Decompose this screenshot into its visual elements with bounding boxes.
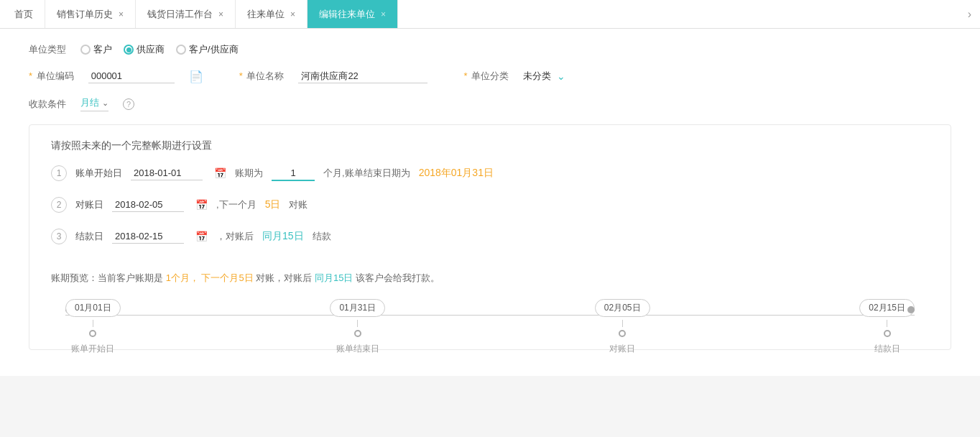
- preview-middle: 对账，对账后: [256, 272, 312, 283]
- timeline-dot-2: [354, 330, 361, 337]
- preview-text: 账期预览：当前客户账期是 1个月， 下一个月5日 对账，对账后 同月15日 该客…: [51, 272, 929, 285]
- step-3-suffix2: 结款: [313, 230, 331, 243]
- radio-customer-circle: [80, 45, 91, 55]
- timeline-stem-2: [357, 320, 358, 327]
- radio-customer-label: 客户: [93, 43, 112, 56]
- step-3-cal-icon[interactable]: 📅: [195, 231, 208, 242]
- step-1-date-input[interactable]: [131, 166, 203, 180]
- section-title: 请按照未来的一个完整帐期进行设置: [51, 139, 929, 152]
- preview-area: 账期预览：当前客户账期是 1个月， 下一个月5日 对账，对账后 同月15日 该客…: [51, 260, 929, 335]
- step-1-period-input[interactable]: [272, 166, 315, 181]
- payment-cond-label: 收款条件: [29, 98, 66, 111]
- timeline-stem-4: [887, 320, 887, 327]
- tab-edit-partner-label: 编辑往来单位: [319, 8, 375, 21]
- step-3-label: 结款日: [75, 230, 103, 243]
- step-3-prefix: ，对账后: [216, 230, 254, 243]
- step-1-label: 账单开始日: [75, 167, 122, 180]
- required-star-classify: *: [463, 70, 467, 81]
- unit-name-input[interactable]: [298, 69, 427, 83]
- timeline-label-4: 结款日: [874, 343, 900, 355]
- required-star-name: *: [239, 70, 243, 81]
- tab-cash-work-close[interactable]: ×: [218, 9, 223, 19]
- tab-more-button[interactable]: ›: [959, 0, 980, 28]
- timeline-label-2: 账单结束日: [336, 343, 379, 355]
- tabs-bar: 首页 销售订单历史 × 钱货日清工作台 × 往来单位 × 编辑往来单位 × ›: [0, 0, 980, 29]
- step-1-row: 1 账单开始日 📅 账期为 个月,账单结束日期为 2018年01月31日: [51, 165, 929, 181]
- step-2-date-input[interactable]: [112, 198, 184, 212]
- payment-cond-row: 收款条件 月结 ⌄ ?: [29, 96, 951, 111]
- payment-cond-dropdown[interactable]: 月结 ⌄: [80, 96, 108, 111]
- tab-sales-history[interactable]: 销售订单历史 ×: [45, 0, 136, 28]
- preview-part2: 下一个月5日: [201, 272, 253, 283]
- radio-supplier[interactable]: 供应商: [124, 43, 165, 56]
- timeline-badge-1: 01月01日: [65, 299, 121, 317]
- timeline-node-4: 02月15日 结款日: [859, 299, 915, 355]
- tab-edit-partner-close[interactable]: ×: [381, 9, 386, 19]
- radio-customer[interactable]: 客户: [80, 43, 112, 56]
- timeline-stem-1: [93, 320, 93, 327]
- step-1-end-date: 2018年01月31日: [419, 167, 494, 180]
- step-1-suffix1: 账期为: [235, 167, 263, 180]
- timeline-label-3: 对账日: [609, 343, 635, 355]
- timeline-node-3: 02月05日 对账日: [595, 299, 650, 355]
- preview-part1: 1个月，: [166, 272, 199, 283]
- step-2-prefix: ,下一个月: [216, 198, 256, 211]
- tab-partner-close[interactable]: ×: [290, 9, 295, 19]
- payment-cond-value: 月结: [80, 96, 99, 109]
- step-3-highlight2: 同月15日: [262, 230, 304, 243]
- payment-settings-section: 请按照未来的一个完整帐期进行设置 1 账单开始日 📅 账期为 个月,账单结束日期…: [29, 124, 951, 350]
- unit-classify-label: * 单位分类: [463, 70, 509, 83]
- step-2-suffix2: 对账: [289, 198, 308, 211]
- main-content: 单位类型 客户 供应商 客户/供应商 * 单位编码 📄 * 单位名称: [0, 29, 980, 376]
- step-1-cal-icon[interactable]: 📅: [214, 167, 226, 179]
- timeline: 01月01日 账单开始日 01月31日 账单结束日 02月05日: [51, 299, 929, 335]
- tab-cash-work[interactable]: 钱货日清工作台 ×: [136, 0, 236, 28]
- timeline-node-2: 01月31日 账单结束日: [330, 299, 385, 355]
- step-2-label: 对账日: [75, 198, 103, 211]
- radio-supplier-label: 供应商: [137, 43, 165, 56]
- timeline-dot-3: [619, 330, 626, 337]
- unit-name-label: * 单位名称: [239, 70, 285, 83]
- preview-suffix: 该客户会给我打款。: [356, 272, 440, 283]
- radio-supplier-circle: [124, 45, 134, 55]
- timeline-dot-4: [884, 330, 891, 337]
- unit-info-row: * 单位编码 📄 * 单位名称 * 单位分类 未分类 ⌄: [29, 69, 951, 83]
- timeline-badge-3: 02月05日: [595, 299, 650, 317]
- timeline-label-1: 账单开始日: [71, 343, 114, 355]
- tab-home-label: 首页: [14, 8, 33, 21]
- unit-type-row: 单位类型 客户 供应商 客户/供应商: [29, 43, 951, 56]
- step-2-row: 2 对账日 📅 ,下一个月 5日 对账: [51, 197, 929, 213]
- required-star-code: *: [29, 70, 32, 81]
- step-3-num: 3: [51, 229, 67, 244]
- payment-help-icon[interactable]: ?: [123, 98, 134, 110]
- unit-code-input[interactable]: [88, 69, 175, 83]
- timeline-nodes: 01月01日 账单开始日 01月31日 账单结束日 02月05日: [65, 299, 915, 355]
- preview-prefix: 账期预览：当前客户账期是: [51, 272, 163, 283]
- preview-part3: 同月15日: [315, 272, 353, 283]
- radio-both-circle: [176, 45, 186, 55]
- step-3-date-input[interactable]: [112, 229, 184, 244]
- tab-edit-partner[interactable]: 编辑往来单位 ×: [308, 0, 398, 28]
- unit-code-doc-icon[interactable]: 📄: [189, 70, 203, 83]
- radio-both-label: 客户/供应商: [189, 43, 239, 56]
- radio-both[interactable]: 客户/供应商: [176, 43, 239, 56]
- unit-code-label: * 单位编码: [29, 70, 74, 83]
- step-1-suffix2: 个月,账单结束日期为: [323, 167, 410, 180]
- tab-sales-history-close[interactable]: ×: [119, 9, 124, 19]
- step-2-num: 2: [51, 197, 67, 213]
- tab-partner[interactable]: 往来单位 ×: [236, 0, 308, 28]
- tab-home[interactable]: 首页: [0, 0, 45, 28]
- timeline-badge-4: 02月15日: [859, 299, 915, 317]
- radio-group-unit-type: 客户 供应商 客户/供应商: [80, 43, 239, 56]
- unit-classify-dropdown[interactable]: 未分类 ⌄: [523, 70, 638, 83]
- timeline-stem-3: [622, 320, 623, 327]
- step-1-num: 1: [51, 165, 67, 181]
- tab-sales-history-label: 销售订单历史: [57, 8, 113, 21]
- step-2-cal-icon[interactable]: 📅: [195, 199, 208, 211]
- timeline-badge-2: 01月31日: [330, 299, 385, 317]
- timeline-right-dot: [907, 306, 915, 313]
- unit-classify-value: 未分类: [523, 70, 551, 83]
- unit-type-label: 单位类型: [29, 43, 66, 56]
- timeline-dot-1: [89, 330, 96, 337]
- classify-chevron-icon: ⌄: [557, 70, 565, 82]
